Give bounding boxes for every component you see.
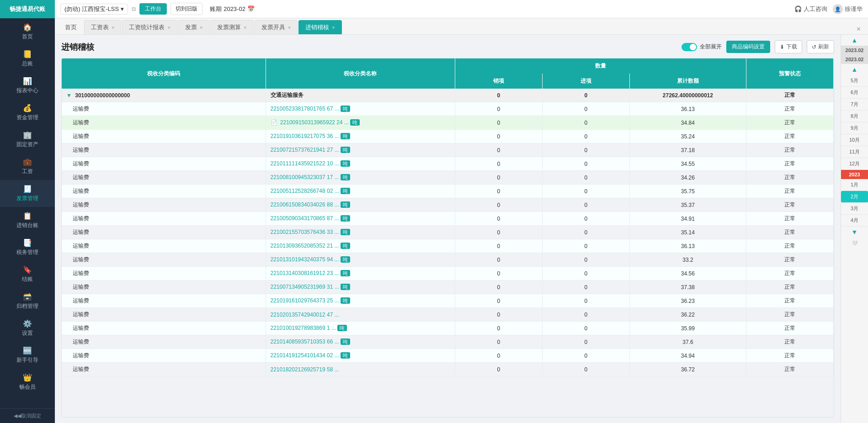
item-invoice-cell: 221005233817801765 67 ... 吨	[266, 102, 455, 116]
month-8[interactable]: 8月	[841, 111, 868, 122]
sidebar-item-settings[interactable]: ⚙️ 设置	[0, 315, 55, 342]
sidebar-item-salary[interactable]: 💼 工资	[0, 153, 55, 180]
scroll-up-button[interactable]: ▲	[841, 35, 868, 46]
file-icon: 📄	[271, 119, 277, 126]
calendar-icon[interactable]: 📅	[247, 5, 255, 12]
month-1[interactable]: 1月	[841, 179, 868, 191]
sidebar-item-home[interactable]: 🏠 首页	[0, 18, 55, 45]
item-status: 正常	[746, 198, 833, 212]
sidebar-item-sales[interactable]: 📋 进销台账	[0, 207, 55, 234]
scroll-up2-button[interactable]: ▲	[841, 64, 868, 75]
item-code-cell: 运输费	[62, 157, 266, 171]
year-2023-prev[interactable]: 2023.02	[841, 46, 868, 55]
invoice-number: 221019161029764373 25 ...	[271, 297, 339, 304]
tab-invoice[interactable]: 发票 ×	[178, 20, 209, 34]
company-selector[interactable]: (勿动) 江西报宝-LSS ▾	[60, 4, 128, 15]
sidebar-item-assets[interactable]: 🏢 固定资产	[0, 126, 55, 153]
tab-invoice-close[interactable]: ×	[200, 25, 202, 30]
item-status: 正常	[746, 143, 833, 157]
month-10[interactable]: 10月	[841, 134, 868, 146]
item-code-cell: 运输费	[62, 253, 266, 267]
sidebar-item-report[interactable]: 📊 报表中心	[0, 72, 55, 99]
col-header-sales: 销项	[455, 74, 542, 89]
expand-arrow[interactable]: ▼	[66, 92, 72, 99]
table-row: 运输费 221020135742940012 47 ... 0 0 36.22 …	[62, 308, 834, 322]
item-sales: 0	[455, 349, 542, 363]
goods-code-button[interactable]: 商品编码设置	[726, 41, 770, 53]
month-2[interactable]: 2月	[841, 191, 868, 203]
item-code-cell: 运输费	[62, 116, 266, 130]
month-11[interactable]: 11月	[841, 146, 868, 158]
expand-toggle[interactable]: 全部展开	[682, 43, 722, 51]
month-9[interactable]: 9月	[841, 122, 868, 134]
sidebar-item-member[interactable]: 👑 畅会员	[0, 369, 55, 396]
user-profile[interactable]: 👤 徐谨华	[833, 4, 863, 14]
year-2023-label[interactable]: 2023.02	[841, 55, 868, 64]
item-sales: 0	[455, 130, 542, 143]
item-purchase: 0	[542, 143, 629, 157]
sidebar-item-label: 资金管理	[16, 114, 38, 122]
sidebar-item-invoice[interactable]: 🧾 发票管理	[0, 180, 55, 207]
settings-icon: ⚙️	[23, 319, 32, 328]
item-code: 运输费	[73, 338, 89, 345]
item-purchase: 0	[542, 280, 629, 294]
item-status: 正常	[746, 308, 833, 322]
sidebar-item-tax[interactable]: 📑 税务管理	[0, 234, 55, 261]
toggle-track[interactable]	[682, 43, 697, 51]
tab-salary-table-close[interactable]: ×	[112, 25, 114, 30]
unit-tag: 吨	[341, 201, 350, 208]
heart-icon: 🤍	[841, 238, 868, 249]
month-6[interactable]: 6月	[841, 87, 868, 99]
copy-icon[interactable]: ⧉	[132, 5, 136, 13]
sidebar-item-ledger[interactable]: 📒 总账	[0, 45, 55, 72]
sidebar-item-settle[interactable]: 🔖 结账	[0, 261, 55, 288]
sidebar-item-capital[interactable]: 💰 资金管理	[0, 99, 55, 126]
table-row: 运输费 221006150834034026 88 ... 吨 0 0 35.3…	[62, 198, 834, 212]
sidebar-pin[interactable]: ◀◀ 取消固定	[0, 408, 55, 423]
tab-salary-table[interactable]: 工资表 ×	[84, 20, 121, 34]
tab-salary-report-close[interactable]: ×	[167, 25, 170, 30]
tab-reconcile[interactable]: 进销稽核 ×	[298, 20, 341, 34]
year-2023-section[interactable]: 2023	[841, 170, 868, 179]
month-7[interactable]: 7月	[841, 99, 868, 111]
tab-invoice-open[interactable]: 发票开具 ×	[255, 20, 298, 34]
sidebar-item-guide[interactable]: 🆕 新手引导	[0, 342, 55, 369]
item-status: 正常	[746, 267, 833, 280]
close-page-icon[interactable]: ×	[853, 24, 864, 34]
item-code-cell: 运输费	[62, 294, 266, 308]
month-3[interactable]: 3月	[841, 203, 868, 215]
download-button[interactable]: ⬇ 下载	[775, 40, 802, 53]
sidebar-item-archive[interactable]: 🗃️ 归档管理	[0, 288, 55, 315]
item-code-cell: 运输费	[62, 363, 266, 376]
tab-invoice-open-close[interactable]: ×	[288, 25, 291, 30]
report-icon: 📊	[23, 77, 32, 85]
item-code: 运输费	[73, 366, 89, 372]
col-header-purchase: 进项	[542, 74, 629, 89]
tab-invoice-calc-close[interactable]: ×	[244, 25, 246, 30]
month-12[interactable]: 12月	[841, 158, 868, 170]
refresh-button[interactable]: ↺ 刷新	[807, 40, 834, 53]
month-5[interactable]: 5月	[841, 75, 868, 87]
scroll-down-button[interactable]: ▼	[841, 227, 868, 238]
tab-salary-report[interactable]: 工资统计报表 ×	[122, 20, 177, 34]
item-sales: 0	[455, 322, 542, 335]
item-invoice-cell: 📄 221009150313965922 24 ... 吨	[266, 116, 455, 130]
table-row: 运输费 221005233817801765 67 ... 吨 0 0 36.1…	[62, 102, 834, 116]
sidebar-item-label: 设置	[22, 329, 33, 337]
archive-icon: 🗃️	[23, 292, 32, 301]
tab-invoice-calc[interactable]: 发票测算 ×	[210, 20, 253, 34]
settle-icon: 🔖	[23, 265, 32, 274]
tab-reconcile-close[interactable]: ×	[332, 25, 335, 30]
item-invoice-cell: 221008100945323037 17 ... 吨	[266, 171, 455, 185]
item-invoice-cell: 221011111435921522 10 ... 吨	[266, 157, 455, 171]
col-header-total: 累计数额	[629, 74, 746, 89]
tab-home[interactable]: 首页	[59, 21, 83, 34]
month-4[interactable]: 4月	[841, 215, 868, 227]
tab-invoice-calc-label: 发票测算	[217, 23, 241, 32]
item-code: 运输费	[73, 325, 89, 331]
help-button[interactable]: 🎧 人工咨询	[794, 5, 827, 13]
tab-reconcile-label: 进销稽核	[305, 23, 329, 32]
workbench-button[interactable]: 工作台	[139, 3, 167, 15]
switch-version-button[interactable]: 切到旧版	[170, 3, 202, 15]
item-code: 运输费	[73, 215, 89, 222]
